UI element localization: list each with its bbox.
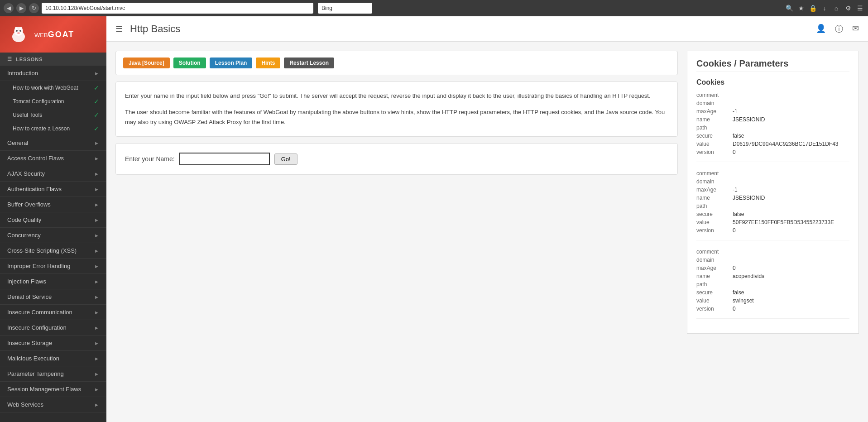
hints-button[interactable]: Hints [256, 58, 280, 68]
cookie-value: false [733, 289, 744, 296]
sidebar-item-concurrency[interactable]: Concurrency ► [0, 228, 106, 243]
chevron-icon: ► [94, 279, 99, 284]
sidebar-subitem-tomcat[interactable]: Tomcat Configuration ✓ [0, 95, 106, 108]
sidebar-item-access-control[interactable]: Access Control Flaws ► [0, 151, 106, 166]
chevron-icon: ► [94, 248, 99, 254]
cookie-entry-1: comment domain maxAge -1 name [696, 91, 849, 162]
cookie-row: name JSESSIONID [696, 115, 849, 124]
cookie-key: name [696, 116, 733, 123]
main-content: ☰ Http Basics 👤 ⓘ ✉ Java [Source] Soluti… [106, 16, 868, 422]
chevron-icon: ► [94, 71, 99, 76]
settings-icon[interactable]: ⚙ [844, 4, 853, 13]
cookie-value: D061979DC90A4AC9236BC17DE151DF43 [733, 141, 838, 147]
lock-icon[interactable]: 🔒 [808, 4, 817, 13]
svg-point-4 [16, 30, 18, 32]
chevron-icon: ► [94, 325, 99, 331]
lesson-plan-button[interactable]: Lesson Plan [210, 58, 253, 68]
cookie-row: path [696, 202, 849, 210]
chevron-icon: ► [94, 356, 99, 361]
sidebar-item-dos[interactable]: Denial of Service ► [0, 289, 106, 305]
download-icon[interactable]: ↓ [820, 4, 829, 13]
cookies-section-title: Cookies [696, 78, 849, 86]
cookie-row: maxAge -1 [696, 107, 849, 115]
search-bar[interactable]: Bing [318, 3, 372, 14]
sidebar-item-malicious-exec[interactable]: Malicious Execution ► [0, 351, 106, 366]
sidebar-item-buffer-overflow[interactable]: Buffer Overflows ► [0, 197, 106, 212]
cookie-row: comment [696, 91, 849, 99]
cookie-key: domain [696, 257, 733, 263]
reload-button[interactable]: ↻ [29, 3, 39, 13]
lesson-description: Enter your name in the input field below… [115, 82, 678, 137]
cookie-value: -1 [733, 187, 738, 193]
menu-icon[interactable]: ☰ [855, 4, 864, 13]
sidebar-item-general[interactable]: General ► [0, 135, 106, 151]
cookie-row: comment [696, 169, 849, 177]
url-bar[interactable]: 10.10.10.128/WebGoat/start.mvc [42, 3, 313, 14]
cookie-key: comment [696, 249, 733, 255]
solution-button[interactable]: Solution [173, 58, 206, 68]
cookie-row: name JSESSIONID [696, 194, 849, 202]
name-form: Enter your Name: Go! [115, 143, 678, 175]
forward-button[interactable]: ▶ [16, 3, 26, 13]
cookie-key: secure [696, 211, 733, 217]
cookie-value: false [733, 133, 744, 139]
mail-icon[interactable]: ✉ [852, 24, 859, 34]
cookie-value: 0 [733, 227, 736, 234]
sidebar-item-introduction[interactable]: Introduction ► [0, 66, 106, 81]
chevron-icon: ► [94, 310, 99, 315]
sidebar-item-error-handling[interactable]: Improper Error Handling ► [0, 259, 106, 274]
app-container: WEBGOAT ☰ LESSONS Introduction ► How to … [0, 16, 868, 422]
sidebar-item-auth-flaws[interactable]: Authentication Flaws ► [0, 182, 106, 197]
cookie-key: maxAge [696, 187, 733, 193]
sidebar-item-insecure-comm[interactable]: Insecure Communication ► [0, 305, 106, 320]
name-input[interactable] [179, 153, 270, 165]
sidebar-item-insecure-config[interactable]: Insecure Configuration ► [0, 320, 106, 336]
cookie-key: value [696, 297, 733, 304]
sidebar-item-param-tampering[interactable]: Parameter Tampering ► [0, 366, 106, 382]
sidebar-subitem-useful-tools[interactable]: Useful Tools ✓ [0, 108, 106, 122]
chevron-icon: ► [94, 217, 99, 223]
cookie-key: path [696, 203, 733, 209]
sidebar-item-insecure-storage[interactable]: Insecure Storage ► [0, 336, 106, 351]
hamburger-menu-icon[interactable]: ☰ [115, 24, 123, 34]
sidebar-item-session-mgmt[interactable]: Session Management Flaws ► [0, 382, 106, 397]
cookie-key: secure [696, 289, 733, 296]
info-icon[interactable]: ⓘ [835, 24, 843, 34]
cookie-key: comment [696, 92, 733, 98]
header-right-icons: 👤 ⓘ ✉ [816, 24, 859, 34]
cookie-row: maxAge 0 [696, 264, 849, 272]
sidebar-item-code-quality[interactable]: Code Quality ► [0, 212, 106, 228]
cookie-value: JSESSIONID [733, 195, 765, 201]
cookie-key: value [696, 219, 733, 225]
zoom-icon[interactable]: 🔍 [785, 4, 794, 13]
cookie-row: value 50F927EE150FF0F5FB5D53455223733E [696, 218, 849, 226]
sidebar-item-ajax[interactable]: AJAX Security ► [0, 166, 106, 182]
sidebar-subitem-create-lesson[interactable]: How to create a Lesson ✓ [0, 122, 106, 135]
browser-toolbar: 🔍 ★ 🔒 ↓ ⌂ ⚙ ☰ [785, 4, 864, 13]
user-icon[interactable]: 👤 [816, 24, 826, 34]
sidebar-item-injection[interactable]: Injection Flaws ► [0, 274, 106, 289]
lesson-panel: Java [Source] Solution Lesson Plan Hints… [115, 51, 678, 413]
sidebar-subitem-how-to-work[interactable]: How to work with WebGoat ✓ [0, 81, 106, 95]
cookie-row: path [696, 280, 849, 288]
chevron-icon: ► [94, 340, 99, 346]
java-source-button[interactable]: Java [Source] [123, 58, 170, 68]
cookie-value: acopendivids [733, 273, 764, 279]
cookie-key: comment [696, 170, 733, 177]
cookie-key: name [696, 195, 733, 201]
sidebar-item-xss[interactable]: Cross-Site Scripting (XSS) ► [0, 243, 106, 259]
cookie-key: domain [696, 178, 733, 185]
chevron-icon: ► [94, 233, 99, 238]
star-icon[interactable]: ★ [796, 4, 806, 13]
name-label: Enter your Name: [125, 155, 175, 163]
sidebar-item-web-services[interactable]: Web Services ► [0, 397, 106, 412]
home-icon[interactable]: ⌂ [832, 4, 841, 13]
cookie-row: value swingset [696, 297, 849, 305]
cookie-value: -1 [733, 108, 738, 115]
restart-lesson-button[interactable]: Restart Lesson [284, 58, 334, 68]
back-button[interactable]: ◀ [4, 3, 14, 13]
cookie-value: 0 [733, 265, 736, 271]
logo-text: WEBGOAT [34, 30, 74, 39]
go-button[interactable]: Go! [274, 153, 297, 165]
page-title: Http Basics [130, 23, 180, 35]
